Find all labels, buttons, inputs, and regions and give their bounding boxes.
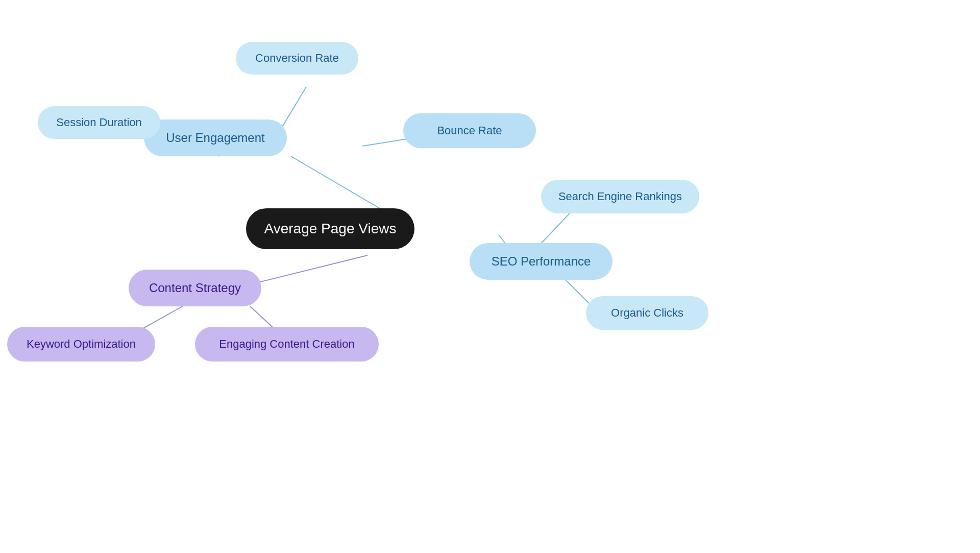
seo-performance-node: SEO Performance — [470, 243, 612, 280]
content-strategy-label: Content Strategy — [149, 281, 241, 295]
user-engagement-label: User Engagement — [166, 131, 264, 145]
keyword-optimization-node: Keyword Optimization — [7, 327, 155, 362]
svg-line-4 — [250, 255, 368, 284]
svg-line-9 — [561, 276, 592, 306]
search-engine-rankings-label: Search Engine Rankings — [558, 190, 682, 203]
organic-clicks-label: Organic Clicks — [611, 306, 683, 320]
search-engine-rankings-node: Search Engine Rankings — [541, 180, 699, 213]
engaging-content-node: Engaging Content Creation — [195, 327, 379, 362]
user-engagement-node: User Engagement — [144, 119, 287, 156]
center-node-label: Average Page Views — [264, 221, 397, 237]
bounce-rate-label: Bounce Rate — [437, 124, 502, 137]
session-duration-label: Session Duration — [56, 116, 142, 129]
session-duration-node: Session Duration — [38, 106, 160, 139]
conversion-rate-node: Conversion Rate — [236, 42, 358, 75]
keyword-optimization-label: Keyword Optimization — [27, 338, 136, 351]
conversion-rate-label: Conversion Rate — [255, 52, 339, 65]
center-node: Average Page Views — [246, 208, 414, 249]
engaging-content-label: Engaging Content Creation — [219, 338, 354, 351]
organic-clicks-node: Organic Clicks — [586, 296, 708, 330]
content-strategy-node: Content Strategy — [129, 270, 261, 306]
bounce-rate-node: Bounce Rate — [403, 113, 536, 148]
seo-performance-label: SEO Performance — [492, 254, 591, 269]
